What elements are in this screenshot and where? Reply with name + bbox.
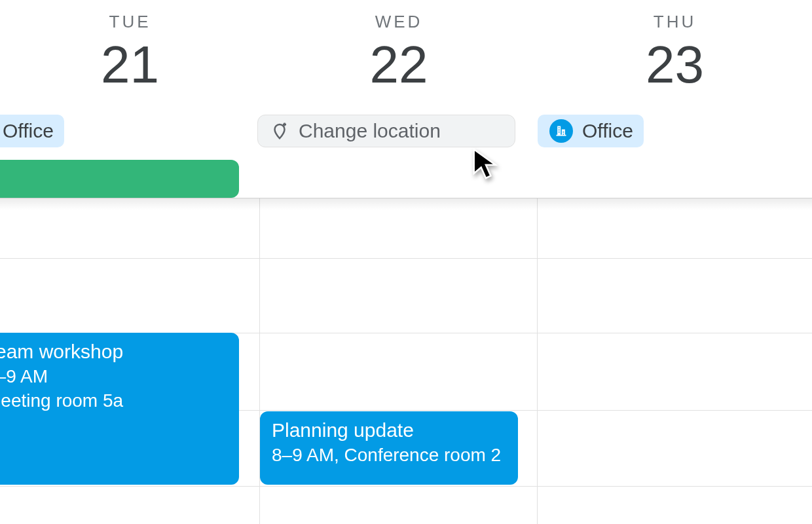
day-of-month: 22 [260,36,538,94]
location-chip-thu[interactable]: Office [538,115,644,147]
event-title: Planning update [272,418,506,443]
location-label: Office [582,120,633,142]
day-header-thu[interactable]: THU 23 [538,0,812,94]
day-of-week: THU [538,12,812,32]
event-room: Meeting room 5a [0,388,227,413]
event-title: Team workshop [0,339,227,364]
day-of-week: TUE [0,12,260,32]
event-detail: 8–9 AM, Conference room 2 [272,443,506,468]
day-of-week: WED [260,12,538,32]
change-location-label: Change location [299,120,441,142]
change-location-button[interactable]: Change location [257,115,515,147]
add-location-icon [270,121,289,141]
event-planning-update[interactable]: Planning update 8–9 AM, Conference room … [260,411,518,485]
event-team-workshop[interactable]: Team workshop 7–9 AM Meeting room 5a [0,333,239,485]
day-of-month: 21 [0,36,260,94]
day-header-tue[interactable]: TUE 21 [0,0,260,94]
location-label: Office [3,120,54,142]
all-day-event-tue[interactable] [0,160,239,198]
building-icon [549,119,573,143]
calendar-week-view: TUE 21 Office WED 22 [0,0,812,524]
location-chip-tue[interactable]: Office [0,115,64,147]
day-of-month: 23 [538,36,812,94]
day-header-wed[interactable]: WED 22 [260,0,538,94]
event-time: 7–9 AM [0,364,227,389]
